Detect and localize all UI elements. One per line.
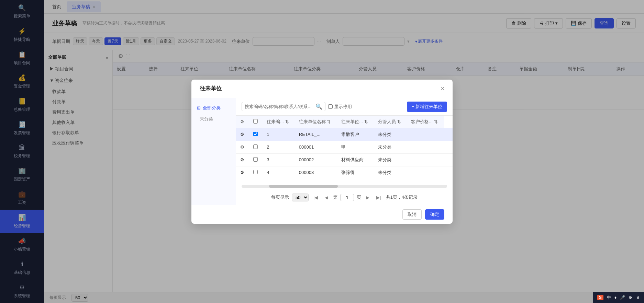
row-settings[interactable]: ⚙ [236,153,249,166]
row-id: 3 [263,153,295,166]
modal-close-button[interactable]: × [441,85,444,92]
row-checkbox[interactable] [249,128,263,141]
last-page-button[interactable]: ▶| [374,194,383,201]
row-name: 材料供应商 [337,153,374,166]
row-name: 张筛得 [337,166,374,179]
row-category: 未分类 [374,153,407,166]
modal-title: 往来单位 [200,85,222,92]
modal-overlay: 往来单位 × ⊞ 全部分类 未分类 🔍 [0,0,644,303]
modal-main: 🔍 显示停用 + 新增往来单位 ⚙ [236,98,453,205]
add-party-button[interactable]: + 新增往来单位 [407,102,447,112]
row-manager [407,153,444,166]
row-name: 甲 [337,141,374,153]
row-checkbox[interactable] [249,141,263,153]
modal-sidebar: ⊞ 全部分类 未分类 [191,98,236,205]
row-category: 未分类 [374,141,407,153]
modal-search-icon[interactable]: 🔍 [315,103,322,110]
status-s-logo: S [597,295,603,300]
page-label: 第 [333,194,337,200]
row-settings[interactable]: ⚙ [236,141,249,153]
modal-party-table: ⚙ 往来编... ⇅ 往来单位名称 ⇅ 往来单位... ⇅ 分管人员 ⇅ 客户价… [236,116,453,179]
per-page-label: 每页显示 [271,194,289,200]
modal-table-row[interactable]: ⚙ 1 RETAIL_... 零散客户 未分类 [236,128,453,141]
row-price [444,166,453,179]
scrollbar-thumb[interactable] [269,185,338,188]
row-settings[interactable]: ⚙ [236,128,249,141]
row-checkbox[interactable] [249,166,263,179]
row-code: 000002 [295,153,337,166]
modal-table-row[interactable]: ⚙ 2 000001 甲 未分类 [236,141,453,153]
status-dot-icon: ♦ [614,295,617,300]
row-manager [407,166,444,179]
status-gear-icon[interactable]: ⚙ [629,295,632,300]
party-modal: 往来单位 × ⊞ 全部分类 未分类 🔍 [191,80,453,224]
grid-icon-modal: ⊞ [197,105,201,110]
modal-search-wrap: 🔍 [242,102,325,111]
row-price [444,128,453,141]
modal-select-all[interactable] [253,119,258,124]
modal-col-code: 往来编... ⇅ [263,116,295,128]
modal-col-price: 客户价格... ⇅ [407,116,444,128]
row-name: 零散客户 [337,128,374,141]
show-disabled-label[interactable]: 显示停用 [328,104,352,110]
row-price [444,141,453,153]
modal-table-wrap: ⚙ 往来编... ⇅ 往来单位名称 ⇅ 往来单位... ⇅ 分管人员 ⇅ 客户价… [236,116,453,183]
row-id: 2 [263,141,295,153]
modal-col-select [249,116,263,128]
modal-sidebar-unclassified[interactable]: 未分类 [191,114,236,124]
modal-col-category: 往来单位... ⇅ [337,116,374,128]
status-bar: S 中 ♦ 🎤 ⚙ 🖥 [593,292,644,303]
row-manager [407,141,444,153]
row-settings[interactable]: ⚙ [236,166,249,179]
modal-per-page-select[interactable]: 50 [292,194,309,201]
row-id: 1 [263,128,295,141]
prev-page-button[interactable]: ◀ [323,194,330,201]
modal-search-input[interactable] [245,102,313,111]
modal-footer: 取消 确定 [191,205,453,224]
row-category: 未分类 [374,166,407,179]
modal-table-row[interactable]: ⚙ 4 000003 张筛得 未分类 [236,166,453,179]
modal-body: ⊞ 全部分类 未分类 🔍 显示停用 [191,98,453,205]
show-disabled-checkbox[interactable] [328,104,333,109]
modal-col-settings: ⚙ [236,116,249,128]
next-page-button[interactable]: ▶ [364,194,371,201]
status-mic-icon[interactable]: 🎤 [620,295,625,300]
row-code: RETAIL_... [295,128,337,141]
cancel-button[interactable]: 取消 [402,209,422,220]
page-suffix: 页 [357,194,361,200]
row-checkbox[interactable] [249,153,263,166]
modal-sidebar-all[interactable]: ⊞ 全部分类 [191,102,236,114]
row-category: 未分类 [374,128,407,141]
row-code: 000001 [295,141,337,153]
status-zh-icon[interactable]: 中 [607,295,611,301]
status-monitor-icon[interactable]: 🖥 [636,295,640,300]
confirm-button[interactable]: 确定 [425,209,444,220]
row-id: 4 [263,166,295,179]
horizontal-scrollbar[interactable] [242,185,447,188]
modal-col-manager: 分管人员 ⇅ [374,116,407,128]
row-manager [407,128,444,141]
row-code: 000003 [295,166,337,179]
modal-table-row[interactable]: ⚙ 3 000002 材料供应商 未分类 [236,153,453,166]
page-input[interactable] [340,194,354,201]
modal-pagination: 每页显示 50 |◀ ◀ 第 页 ▶ ▶| 共1页，4条记录 [236,190,453,205]
total-text: 共1页，4条记录 [386,194,418,200]
modal-col-name: 往来单位名称 ⇅ [295,116,337,128]
row-price [444,153,453,166]
modal-header: 往来单位 × [191,80,453,98]
modal-toolbar: 🔍 显示停用 + 新增往来单位 [236,98,453,116]
first-page-button[interactable]: |◀ [311,194,320,201]
